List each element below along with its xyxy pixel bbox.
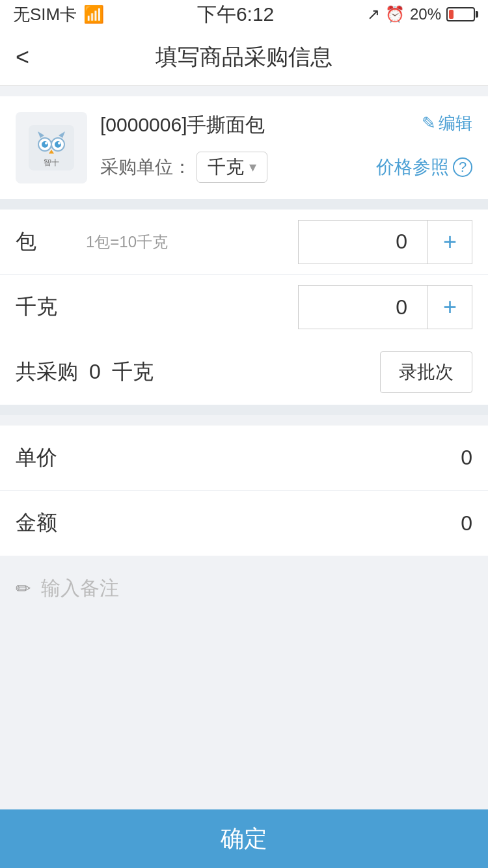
- chevron-down-icon: ▾: [249, 159, 256, 176]
- price-section: 单价 0 金额 0: [0, 426, 488, 556]
- remarks-section[interactable]: ✏ 输入备注: [0, 556, 488, 621]
- unit-price-value: 0: [461, 446, 472, 470]
- total-value: 0: [89, 360, 101, 383]
- svg-point-3: [42, 141, 48, 148]
- battery-fill: [449, 10, 454, 19]
- pencil-icon: ✏: [16, 578, 31, 599]
- bag-quantity-input[interactable]: [298, 220, 428, 264]
- location-icon: ↗: [367, 5, 380, 23]
- status-right: ↗ ⏰ 20%: [367, 5, 475, 23]
- bag-label: 包: [16, 228, 81, 256]
- kg-quantity-input[interactable]: [298, 285, 428, 329]
- unit-price-label: 单价: [16, 444, 57, 472]
- svg-point-6: [58, 142, 61, 144]
- unit-select[interactable]: 千克 ▾: [197, 152, 267, 183]
- wifi-icon: 📶: [83, 5, 104, 25]
- amount-value: 0: [461, 511, 472, 536]
- price-reference-button[interactable]: 价格参照 ?: [376, 155, 472, 180]
- edit-icon: ✎: [422, 113, 436, 133]
- product-logo: 智十: [29, 125, 74, 170]
- amount-row: 金额 0: [0, 491, 488, 556]
- bag-input-row: 包 1包=10千克 +: [0, 210, 488, 275]
- status-left: 无SIM卡 📶: [13, 3, 104, 26]
- battery-percent: 20%: [410, 5, 441, 23]
- kg-label: 千克: [16, 293, 81, 321]
- product-info: [0000006]手撕面包 ✎ 编辑 采购单位： 千克 ▾ 价格参照 ?: [100, 112, 472, 183]
- batch-button[interactable]: 录批次: [380, 351, 472, 393]
- bag-hint: 1包=10千克: [86, 232, 168, 252]
- svg-point-4: [55, 141, 61, 148]
- section-divider-1: [0, 199, 488, 210]
- page-title: 填写商品采购信息: [156, 42, 332, 72]
- edit-button[interactable]: ✎ 编辑: [422, 112, 472, 135]
- status-bar: 无SIM卡 📶 下午6:12 ↗ ⏰ 20%: [0, 0, 488, 29]
- alarm-icon: ⏰: [385, 5, 405, 23]
- product-name: [0000006]手撕面包: [100, 112, 422, 139]
- back-button[interactable]: <: [16, 44, 29, 71]
- total-label: 共采购 0 千克: [16, 358, 154, 387]
- unit-row: 采购单位： 千克 ▾ 价格参照 ?: [100, 152, 472, 183]
- bag-quantity-wrap: +: [298, 220, 472, 264]
- input-section: 包 1包=10千克 + 千克 +: [0, 210, 488, 340]
- page-header: < 填写商品采购信息: [0, 29, 488, 86]
- kg-input-row: 千克 +: [0, 275, 488, 340]
- product-card: 智十 [0000006]手撕面包 ✎ 编辑 采购单位： 千克 ▾ 价格参照: [0, 96, 488, 199]
- kg-quantity-wrap: +: [298, 285, 472, 329]
- total-row: 共采购 0 千克 录批次: [0, 340, 488, 405]
- carrier-text: 无SIM卡: [13, 3, 77, 26]
- kg-plus-button[interactable]: +: [428, 285, 472, 329]
- content-spacer: [0, 621, 488, 816]
- status-time: 下午6:12: [197, 1, 274, 28]
- unit-label: 采购单位：: [100, 155, 191, 180]
- unit-value: 千克: [208, 155, 244, 180]
- unit-price-row: 单价 0: [0, 426, 488, 491]
- product-image: 智十: [16, 112, 87, 183]
- svg-point-5: [45, 142, 47, 144]
- price-ref-label: 价格参照: [376, 155, 449, 180]
- battery-icon: [446, 7, 475, 21]
- help-icon: ?: [453, 157, 472, 177]
- remarks-placeholder: 输入备注: [41, 575, 119, 602]
- section-divider-2: [0, 405, 488, 415]
- amount-label: 金额: [16, 509, 57, 537]
- product-header-row: [0000006]手撕面包 ✎ 编辑: [100, 112, 472, 139]
- confirm-button[interactable]: 确定: [0, 809, 488, 868]
- bag-plus-button[interactable]: +: [428, 220, 472, 264]
- edit-label: 编辑: [439, 112, 472, 135]
- svg-text:智十: 智十: [44, 158, 59, 167]
